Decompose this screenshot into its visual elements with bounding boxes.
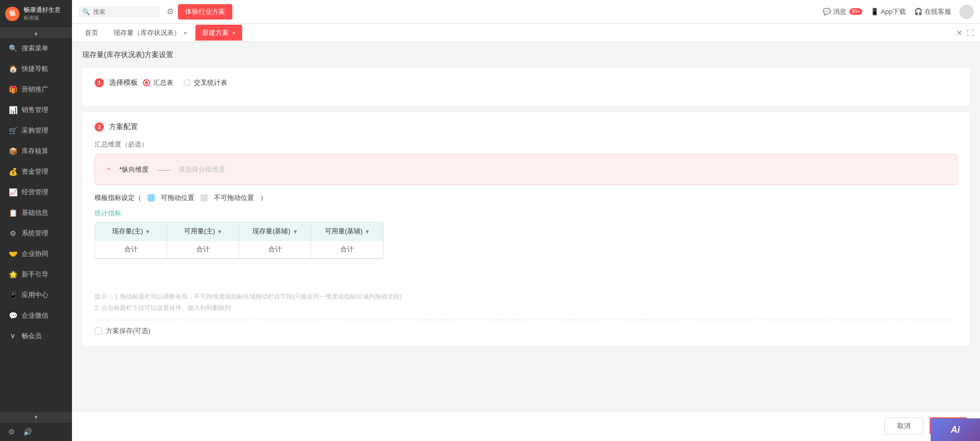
header-dropdown-2[interactable]: ▾ <box>294 228 297 235</box>
sidebar-item-label: 销售管理 <box>22 105 48 115</box>
money-icon: 💰 <box>8 167 17 176</box>
tabs-right-buttons: ✕ ⛶ <box>956 29 974 37</box>
trial-button[interactable]: 体验行业方案 <box>178 4 232 20</box>
sidebar-item-label: 新手引导 <box>22 270 48 279</box>
tab-home[interactable]: 首页 <box>78 25 105 41</box>
sidebar-item-label: 搜索菜单 <box>22 44 48 53</box>
header-label-0: 现存量(主) <box>112 227 143 236</box>
service-icon: 🎧 <box>914 8 922 15</box>
radio-cross-label: 交叉统计表 <box>194 78 227 87</box>
table-header: 现存量(主) ▾ 可用量(主) ▾ 现存量(基辅) ▾ 可用量(基辅) ▾ <box>95 223 383 241</box>
settings-gear-icon[interactable]: ⚙ <box>167 7 174 16</box>
tabs-bar: 首页 现存量（库存状况表） × 新建方案 × ✕ ⛶ <box>72 24 980 42</box>
non-draggable-dot <box>201 194 208 201</box>
messages-button[interactable]: 💬 消息 99+ <box>823 7 862 16</box>
gear-icon: ⚙ <box>8 229 17 238</box>
header-label-1: 可用量(主) <box>184 227 215 236</box>
header-cell-0[interactable]: 现存量(主) ▾ <box>95 223 167 241</box>
draggable-label: 可拖动位置 <box>161 193 194 203</box>
header-dropdown-0[interactable]: ▾ <box>146 228 150 235</box>
content-area: 现存量(库存状况表)方案设置 1 选择模板 汇总表 交叉统计表 <box>72 42 980 411</box>
user-avatar[interactable] <box>959 5 974 19</box>
dimension-pink-box: * *纵向维度 —— 请选择分组维度 <box>95 154 957 185</box>
main-area: 🔍 ⚙ 体验行业方案 💬 消息 99+ 📱 App下载 🎧 在线客服 首页 <box>72 0 980 441</box>
metrics-setting-row: 模板指标设定（ 可拖动位置 不可拖动位置 ） <box>95 193 957 203</box>
radio-cross-circle[interactable] <box>184 79 191 86</box>
sidebar-bottom: ⚙ 🔊 <box>0 422 72 441</box>
search-input[interactable] <box>93 8 150 15</box>
sidebar-item-label: 系统管理 <box>22 229 48 238</box>
cancel-button[interactable]: 取消 <box>884 417 923 435</box>
radio-summary-circle[interactable] <box>143 79 150 86</box>
vertical-dim-label: *纵向维度 <box>119 165 149 174</box>
sidebar-item-label: 库存核算 <box>22 146 48 156</box>
radio-cross[interactable]: 交叉统计表 <box>184 78 227 87</box>
sidebar-item-cooperation[interactable]: 🤝 企业协同 <box>0 244 72 264</box>
tab-inventory-close[interactable]: × <box>184 30 187 36</box>
step2-card: 2 方案配置 汇总维度（必选） * *纵向维度 —— 请选择分组维度 模板指标设… <box>82 112 970 346</box>
chart-icon: 📊 <box>8 105 17 115</box>
header-cell-3[interactable]: 可用量(基辅) ▾ <box>311 223 383 241</box>
tab-inventory[interactable]: 现存量（库存状况表） × <box>107 25 193 41</box>
tab-expand-icon[interactable]: ⛶ <box>967 29 974 37</box>
step2-number: 2 <box>95 122 104 132</box>
hints-section: 提示： 1.拖动标题栏可以调整布局，不可跨维度或指标区域拖动栏目字段(只能在同一… <box>95 291 957 314</box>
sidebar-item-label: 资金管理 <box>22 167 48 176</box>
sidebar-item-basic-info[interactable]: 📋 基础信息 <box>0 203 72 223</box>
dim-placeholder[interactable]: 请选择分组维度 <box>178 165 225 174</box>
radio-summary[interactable]: 汇总表 <box>143 78 173 87</box>
sidebar-item-guide[interactable]: 🌟 新手引导 <box>0 264 72 285</box>
hint-2: 2. 点击标题栏下拉可以设置排序、插入列和删除列 <box>95 303 957 314</box>
search-bar[interactable]: 🔍 <box>78 6 160 17</box>
logo-icon: 畅 <box>5 7 20 21</box>
dash-line: —— <box>157 166 170 174</box>
app-download-button[interactable]: 📱 App下载 <box>870 7 906 16</box>
sidebar-item-purchase[interactable]: 🛒 采购管理 <box>0 120 72 141</box>
sidebar-item-inventory[interactable]: 📦 库存核算 <box>0 141 72 161</box>
sidebar-scroll-down[interactable]: ▼ <box>0 412 72 422</box>
tab-new-plan-close[interactable]: × <box>232 30 235 36</box>
sidebar-item-sales[interactable]: 📊 销售管理 <box>0 100 72 120</box>
dimension-row: * *纵向维度 —— 请选择分组维度 <box>107 165 945 174</box>
step2-header: 2 方案配置 <box>95 122 957 132</box>
sidebar-item-operations[interactable]: 📈 经营管理 <box>0 182 72 203</box>
ops-icon: 📈 <box>8 188 17 197</box>
sidebar-item-finance[interactable]: 💰 资金管理 <box>0 161 72 182</box>
tab-close-icon[interactable]: ✕ <box>956 29 963 37</box>
header-label-2: 现存量(基辅) <box>252 227 291 236</box>
footer-buttons: 取消 查询 <box>72 411 980 441</box>
save-checkbox[interactable] <box>95 327 102 335</box>
sound-icon[interactable]: 🔊 <box>23 428 32 436</box>
settings-icon[interactable]: ⚙ <box>8 428 15 436</box>
save-label: 方案保存(可选) <box>106 326 151 336</box>
sidebar-item-search-menu[interactable]: 🔍 搜索菜单 <box>0 38 72 59</box>
cart-icon: 🛒 <box>8 126 17 135</box>
sidebar-item-label: 企业微信 <box>22 311 48 320</box>
online-service-button[interactable]: 🎧 在线客服 <box>914 7 951 16</box>
sidebar-item-label: 基础信息 <box>22 208 48 217</box>
header-dropdown-3[interactable]: ▾ <box>366 228 369 235</box>
sidebar-item-quick-nav[interactable]: 🏠 快捷导航 <box>0 59 72 79</box>
sidebar-item-app-center[interactable]: 📱 应用中心 <box>0 285 72 305</box>
search-icon: 🔍 <box>8 44 17 53</box>
app-name: 畅康通好生意 <box>24 6 61 14</box>
sidebar-item-system[interactable]: ⚙ 系统管理 <box>0 223 72 244</box>
sidebar-item-label: 企业协同 <box>22 249 48 259</box>
header-cell-2[interactable]: 现存量(基辅) ▾ <box>239 223 311 241</box>
search-icon: 🔍 <box>82 8 90 15</box>
ai-badge[interactable]: Ai <box>931 418 980 441</box>
tab-new-plan[interactable]: 新建方案 × <box>195 25 242 41</box>
table-row: 合计 合计 合计 合计 <box>95 241 383 259</box>
sidebar-item-marketing[interactable]: 🎁 营销推广 <box>0 79 72 100</box>
header-dropdown-1[interactable]: ▾ <box>218 228 222 235</box>
info-icon: 📋 <box>8 208 17 217</box>
app-edition: 标准版 <box>24 14 61 22</box>
sidebar-item-wechat[interactable]: 💬 企业微信 <box>0 305 72 326</box>
stats-label: 统计指标 <box>95 209 957 218</box>
draggable-dot <box>148 194 155 201</box>
sidebar-item-member[interactable]: V 畅会员 <box>0 326 72 346</box>
body-cell-2: 合计 <box>239 241 311 259</box>
stats-table: 现存量(主) ▾ 可用量(主) ▾ 现存量(基辅) ▾ 可用量(基辅) ▾ <box>95 222 384 259</box>
sidebar-scroll-up[interactable]: ▲ <box>0 28 72 38</box>
header-cell-1[interactable]: 可用量(主) ▾ <box>167 223 239 241</box>
